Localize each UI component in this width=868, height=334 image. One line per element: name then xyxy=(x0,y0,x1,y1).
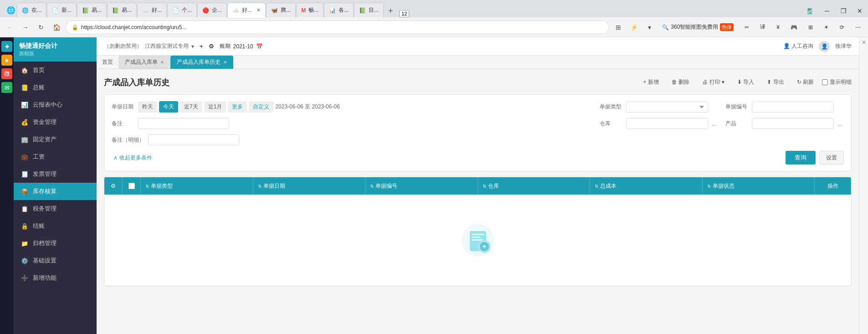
close-window-button[interactable]: ✕ xyxy=(853,6,866,15)
collapse-btn[interactable]: ∧ 收起更多条件 xyxy=(112,152,154,164)
note-input[interactable] xyxy=(138,118,229,129)
url-text: https://cloud.chanjet.com/accounting/uru… xyxy=(81,24,603,31)
lightning-button[interactable]: ⚡ xyxy=(627,21,640,34)
date-btn-1month[interactable]: 近1月 xyxy=(204,101,226,113)
sidebar-item-tax[interactable]: 📋 税务管理 xyxy=(14,200,97,217)
right-panel-close[interactable]: ✕ xyxy=(862,39,866,46)
th-checkbox[interactable] xyxy=(123,177,141,195)
import-button[interactable]: ⬇ 导入 xyxy=(733,77,759,88)
sidebar-item-ledger[interactable]: 📒 总账 xyxy=(14,79,97,96)
tab-1[interactable]: 🌐 在... xyxy=(17,3,46,17)
tab-8[interactable]: ☁️ 好... ✕ xyxy=(227,3,266,17)
add-button[interactable]: + 新增 xyxy=(639,77,663,88)
tab-5[interactable]: ☁️ 好... xyxy=(137,3,167,17)
tab-11[interactable]: 📊 各... xyxy=(324,3,354,17)
new-tab-button[interactable]: + xyxy=(384,5,397,17)
calendar-icon[interactable]: 📅 xyxy=(256,43,263,50)
date-btn-7days[interactable]: 近7天 xyxy=(180,101,202,113)
sidebar-item-more[interactable]: ➕ 新增功能 xyxy=(14,269,97,287)
th-total-cost[interactable]: ⇅ 总成本 xyxy=(590,177,703,195)
tab-navigate-back[interactable]: 🌐 xyxy=(2,3,16,17)
warehouse-dots[interactable]: ... xyxy=(712,120,717,127)
sidebar-item-fixed[interactable]: 🏢 固定资产 xyxy=(14,131,97,148)
th-settings[interactable]: ⚙ xyxy=(104,177,123,195)
tab-7[interactable]: 🔴 企... xyxy=(197,3,227,17)
scissors-btn[interactable]: ✂ xyxy=(741,22,753,32)
display-detail-input[interactable] xyxy=(822,79,828,85)
query-button[interactable]: 查询 xyxy=(786,151,816,164)
th-doc-num[interactable]: ⇅ 单据编号 xyxy=(365,177,478,195)
translate-btn[interactable]: 译 xyxy=(756,21,769,33)
icon-sidebar-mail[interactable]: ✉ xyxy=(1,82,12,93)
tab-10[interactable]: M 畅... xyxy=(296,3,324,17)
sidebar-item-salary[interactable]: 💼 工资 xyxy=(14,148,97,165)
layout-btn[interactable]: ⊞ xyxy=(805,22,817,32)
note-detail-input[interactable] xyxy=(148,134,239,145)
reload-button[interactable]: ↻ xyxy=(35,21,47,34)
maximize-button[interactable]: ❐ xyxy=(837,6,850,15)
date-btn-today[interactable]: 今天 xyxy=(159,101,178,113)
tab-close-icon[interactable]: ✕ xyxy=(257,7,261,13)
sidebar-item-inventory[interactable]: 📦 库存核算 xyxy=(14,183,97,200)
th-doc-type[interactable]: ⇅ 单据类型 xyxy=(141,177,253,195)
grid-button[interactable]: ⊞ xyxy=(612,21,625,34)
tab-3[interactable]: 📗 易... xyxy=(77,3,107,17)
tab-6[interactable]: 📄 个... xyxy=(167,3,197,17)
th-warehouse[interactable]: ⇅ 仓库 xyxy=(478,177,591,195)
breadcrumb-home[interactable]: 首页 xyxy=(102,58,113,66)
breadcrumb-tab-1-close[interactable]: ✕ xyxy=(160,60,164,65)
date-btn-more[interactable]: 更多 xyxy=(228,101,247,113)
sidebar-item-finance[interactable]: 💰 资金管理 xyxy=(14,113,97,131)
search-row-2: 备注 仓库 ... 产品 ... xyxy=(112,118,844,129)
breadcrumb-tab-2[interactable]: 产成品入库单历史 ✕ xyxy=(170,56,233,69)
more-btn[interactable]: ⋯ xyxy=(852,22,864,32)
icon-sidebar-logo[interactable]: ✦ xyxy=(1,41,12,52)
dropdown-button[interactable]: ▾ xyxy=(643,21,656,34)
sidebar-item-settings[interactable]: ⚙️ 基础设置 xyxy=(14,252,97,269)
icon-sidebar-star[interactable]: ★ xyxy=(1,55,12,66)
home-button[interactable]: 🏠 xyxy=(50,21,63,34)
company-settings-btn[interactable]: ⚙ xyxy=(209,43,214,50)
tab-2[interactable]: 📄 新... xyxy=(47,3,77,17)
sidebar-item-invoice[interactable]: 🧾 发票管理 xyxy=(14,165,97,183)
sidebar-item-report[interactable]: 📊 云报表中心 xyxy=(14,96,97,113)
sidebar-item-closing[interactable]: 🔒 结账 xyxy=(14,217,97,235)
sidebar-item-home[interactable]: 🏠 首页 xyxy=(14,62,97,79)
theme-btn[interactable]: ☀ xyxy=(820,22,832,32)
th-doc-status[interactable]: ⇅ 单据状态 xyxy=(703,177,815,195)
select-all-checkbox[interactable] xyxy=(128,183,135,189)
back-button[interactable]: ← xyxy=(4,21,16,34)
display-detail-checkbox[interactable]: 显示明细 xyxy=(822,78,852,86)
icon-sidebar-weibo[interactable]: 微 xyxy=(1,68,12,79)
search-toolbar-btn[interactable]: 🔍 360智能抠图免费用 热搜 xyxy=(658,21,737,33)
date-btn-yesterday[interactable]: 昨天 xyxy=(138,101,157,113)
company-selector[interactable]: （勿删勿禁用） 江西腺宝测试专用 ▾ xyxy=(104,42,194,50)
minimize-button[interactable]: ─ xyxy=(821,6,833,15)
delete-button[interactable]: 🗑 删除 xyxy=(667,77,694,88)
date-btn-custom[interactable]: 自定义 xyxy=(249,101,273,113)
breadcrumb-tab-1[interactable]: 产成品入库单 ✕ xyxy=(118,56,170,69)
refresh-button[interactable]: ↻ 刷新 xyxy=(792,77,818,88)
service-label[interactable]: 👤 人工咨询 xyxy=(783,42,813,50)
product-dots[interactable]: ... xyxy=(837,120,842,127)
sync-btn[interactable]: ⟳ xyxy=(836,22,848,32)
print-button[interactable]: 🖨 打印 ▾ xyxy=(698,77,729,88)
tab-9[interactable]: 🦋 腾... xyxy=(266,3,296,17)
doc-num-input[interactable] xyxy=(752,102,834,113)
export-button[interactable]: ⬆ 导出 xyxy=(762,77,788,88)
doc-type-select[interactable] xyxy=(626,102,708,113)
breadcrumb-tab-2-close[interactable]: ✕ xyxy=(223,60,227,65)
sidebar-item-archive[interactable]: 📁 归档管理 xyxy=(14,235,97,252)
th-doc-date[interactable]: ⇅ 单据日期 xyxy=(253,177,366,195)
product-input[interactable] xyxy=(752,118,834,129)
currency-btn[interactable]: ¥ xyxy=(773,22,783,32)
setting-button[interactable]: 设置 xyxy=(819,151,844,164)
forward-button[interactable]: → xyxy=(19,21,32,34)
game-btn[interactable]: 🎮 xyxy=(787,22,801,32)
tab-12[interactable]: 📗 目... xyxy=(354,3,384,17)
tab-4[interactable]: 📗 易... xyxy=(107,3,137,17)
tab-counter[interactable]: 12 xyxy=(399,10,409,17)
url-bar[interactable]: 🔒 https://cloud.chanjet.com/accounting/u… xyxy=(66,21,609,34)
add-company-btn[interactable]: + xyxy=(200,43,203,50)
warehouse-input[interactable] xyxy=(626,118,708,129)
